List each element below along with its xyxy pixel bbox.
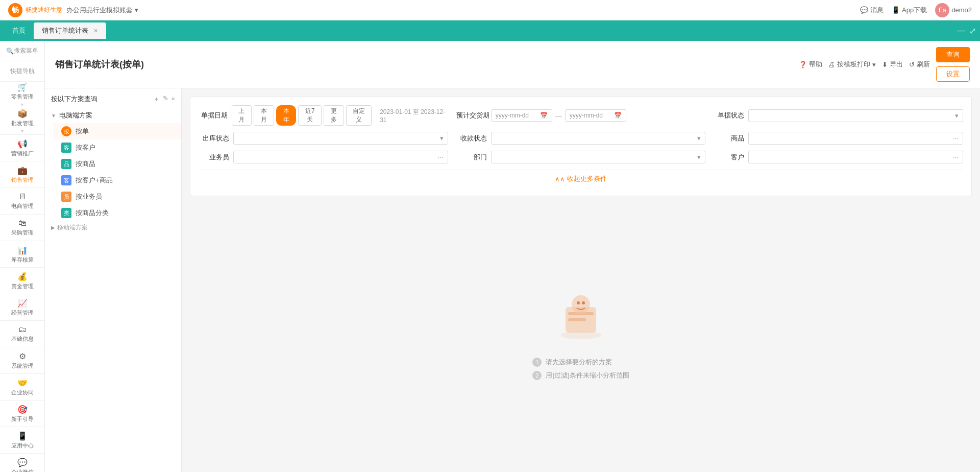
goods-select[interactable]: ··· xyxy=(748,132,963,145)
status-label: 单据状态 xyxy=(714,111,744,120)
status-select[interactable]: ▾ xyxy=(748,109,963,122)
sidebar-item-wechat[interactable]: 💬 企业微信 xyxy=(0,454,44,472)
tab-home[interactable]: 首页 xyxy=(4,22,34,39)
sidebar-item-marketing[interactable]: 📢 营销推广 xyxy=(0,135,44,161)
biz-selector[interactable]: 办公用品行业模拟账套 ▾ xyxy=(66,6,138,15)
page-actions: ❓ 帮助 🖨 按模板打印 ▾ ⬇ 导出 ↺ 刷新 查询 xyxy=(799,47,970,82)
tree-item-by-salesperson[interactable]: 员 按业务员 xyxy=(53,188,181,205)
tab-bar-actions: — ⤢ xyxy=(957,26,976,36)
message-label: 消息 xyxy=(870,6,884,15)
expected-date-end-placeholder: yyyy-mm-dd xyxy=(570,112,603,119)
inner-content: 按以下方案查询 ＋ ✎ « ▼ 电脑端方案 按 按单 xyxy=(45,88,980,472)
filter-row-3: 业务员 ··· 部门 ▾ xyxy=(199,151,963,163)
date-btn-7days[interactable]: 近7天 xyxy=(298,105,322,126)
date-btn-this-year[interactable]: 本年 xyxy=(276,105,297,126)
sidebar-item-sales[interactable]: 💼 销售管理 xyxy=(0,161,44,188)
filter-col-ship: 出库状态 ▾ xyxy=(199,132,448,145)
sidebar-item-inventory[interactable]: 📊 库存核算 xyxy=(0,241,44,268)
status-select-arrow-icon: ▾ xyxy=(955,112,959,120)
salesperson-select[interactable]: ··· xyxy=(233,151,448,163)
tab-minimize-icon[interactable]: — xyxy=(957,26,965,36)
ops-icon: 📈 xyxy=(17,298,28,308)
setting-button[interactable]: 设置 xyxy=(936,66,970,82)
sidebar-purchase-label: 采购管理 xyxy=(11,229,34,237)
marketing-icon: 📢 xyxy=(17,139,28,149)
message-button[interactable]: 💬 消息 xyxy=(860,6,884,15)
top-bar: 畅 畅捷通好生意 办公用品行业模拟账套 ▾ 💬 消息 📱 App下载 Ea de… xyxy=(0,0,980,20)
tree-pc-section[interactable]: ▼ 电脑端方案 xyxy=(45,108,181,123)
by-goods-label: 按商品 xyxy=(76,159,95,169)
query-button[interactable]: 查询 xyxy=(936,47,970,62)
date-btn-this-month[interactable]: 本月 xyxy=(254,105,274,126)
sidebar-item-guide[interactable]: 🎯 新手引导 xyxy=(0,400,44,427)
sidebar-system-label: 系统管理 xyxy=(11,362,34,370)
refresh-button[interactable]: ↺ 刷新 xyxy=(909,60,930,69)
sidebar-item-ecom[interactable]: 🖥 电商管理 xyxy=(0,188,44,215)
pay-status-select[interactable]: ▾ xyxy=(491,132,706,145)
collapse-button[interactable]: ∧∧ 收起更多条件 xyxy=(199,170,963,187)
sidebar-item-retail[interactable]: 🛒 零售管理 ▾ xyxy=(0,82,44,108)
sidebar-item-coop[interactable]: 🤝 企业协同 xyxy=(0,374,44,400)
app-download-button[interactable]: 📱 App下载 xyxy=(892,6,927,15)
sidebar-search[interactable]: 🔍 搜索菜单 xyxy=(0,41,44,61)
tab-expand-icon[interactable]: ⤢ xyxy=(969,26,976,36)
mobile-section[interactable]: ▶ 移动端方案 xyxy=(45,221,181,234)
sidebar-item-purchase[interactable]: 🛍 采购管理 xyxy=(0,215,44,241)
user-avatar-button[interactable]: Ea demo2 xyxy=(935,3,972,17)
tab-sales-stat[interactable]: 销售订单统计表 ✕ xyxy=(34,22,106,39)
goods-dots-icon[interactable]: ··· xyxy=(953,134,959,142)
sidebar-item-system[interactable]: ⚙ 系统管理 xyxy=(0,347,44,374)
filter-col-expected-date: 预计交货期 yyyy-mm-dd 📅 — yyyy-mm-dd 📅 xyxy=(456,109,706,122)
by-salesperson-icon: 员 xyxy=(61,192,71,202)
refresh-icon: ↺ xyxy=(909,61,915,68)
sidebar-item-wholesale[interactable]: 📦 批发管理 ▾ xyxy=(0,108,44,135)
sidebar-quick-nav[interactable]: 快捷导航 xyxy=(0,61,44,82)
app-download-icon: 📱 xyxy=(892,6,900,14)
customer-dots-icon[interactable]: ··· xyxy=(953,153,959,161)
print-button[interactable]: 🖨 按模板打印 ▾ xyxy=(828,60,876,69)
sidebar-marketing-label: 营销推广 xyxy=(11,150,34,157)
top-bar-right: 💬 消息 📱 App下载 Ea demo2 xyxy=(860,3,972,17)
sidebar-item-finance[interactable]: 💰 资金管理 xyxy=(0,268,44,294)
logo-text: 畅捷通好生意 xyxy=(26,6,62,13)
tip-num-2: 2 xyxy=(532,371,542,380)
sidebar-ops-label: 经营管理 xyxy=(11,309,34,317)
tree-group: 按 按单 客 按客户 品 按商品 客 按客户+商品 xyxy=(45,123,181,221)
tree-item-by-customer[interactable]: 客 按客户 xyxy=(53,139,181,156)
sidebar-item-basic[interactable]: 🗂 基础信息 xyxy=(0,321,44,347)
tip-text-1: 请先选择要分析的方案 xyxy=(546,358,612,367)
tree-item-by-category[interactable]: 类 按商品分类 xyxy=(53,205,181,221)
help-button[interactable]: ❓ 帮助 xyxy=(799,60,822,69)
sales-icon: 💼 xyxy=(17,166,28,175)
refresh-label: 刷新 xyxy=(917,60,930,69)
export-button[interactable]: ⬇ 导出 xyxy=(882,60,903,69)
sidebar-finance-label: 资金管理 xyxy=(11,282,34,290)
filter-col-status: 单据状态 ▾ xyxy=(714,109,963,122)
salesperson-dots-icon[interactable]: ··· xyxy=(438,153,444,161)
expected-date-start[interactable]: yyyy-mm-dd 📅 xyxy=(491,109,552,122)
tree-item-by-cg[interactable]: 客 按客户+商品 xyxy=(53,172,181,188)
filter-row-2: 出库状态 ▾ 收款状态 ▾ xyxy=(199,132,963,145)
customer-select[interactable]: ··· xyxy=(748,151,963,163)
edit-scheme-icon[interactable]: ✎ xyxy=(163,95,168,104)
tree-item-by-order[interactable]: 按 按单 xyxy=(53,123,181,139)
expected-date-end[interactable]: yyyy-mm-dd 📅 xyxy=(565,109,626,122)
sidebar-inventory-label: 库存核算 xyxy=(11,256,34,264)
sidebar-item-apps[interactable]: 📱 应用中心 xyxy=(0,427,44,454)
date-btn-custom[interactable]: 自定义 xyxy=(346,105,372,126)
expected-date-input-group: yyyy-mm-dd 📅 — yyyy-mm-dd 📅 xyxy=(491,109,626,122)
page-header: 销售订单统计表(按单) ❓ 帮助 🖨 按模板打印 ▾ ⬇ 导出 ↺ 刷新 xyxy=(45,41,980,88)
tab-home-label: 首页 xyxy=(12,26,26,35)
tree-item-by-goods[interactable]: 品 按商品 xyxy=(53,156,181,172)
sidebar-item-ops[interactable]: 📈 经营管理 xyxy=(0,294,44,321)
retail-arrow-icon: ▾ xyxy=(21,102,23,107)
add-scheme-icon[interactable]: ＋ xyxy=(153,95,160,104)
dept-select[interactable]: ▾ xyxy=(491,151,706,163)
tree-arrow-icon: ▼ xyxy=(51,113,56,119)
sidebar-guide-label: 新手引导 xyxy=(11,415,34,423)
date-btn-more[interactable]: 更多 xyxy=(324,105,344,126)
date-btn-last-month[interactable]: 上月 xyxy=(232,105,252,126)
collapse-scheme-icon[interactable]: « xyxy=(172,95,175,104)
tab-close-icon[interactable]: ✕ xyxy=(93,28,98,34)
ship-status-select[interactable]: ▾ xyxy=(233,132,448,145)
